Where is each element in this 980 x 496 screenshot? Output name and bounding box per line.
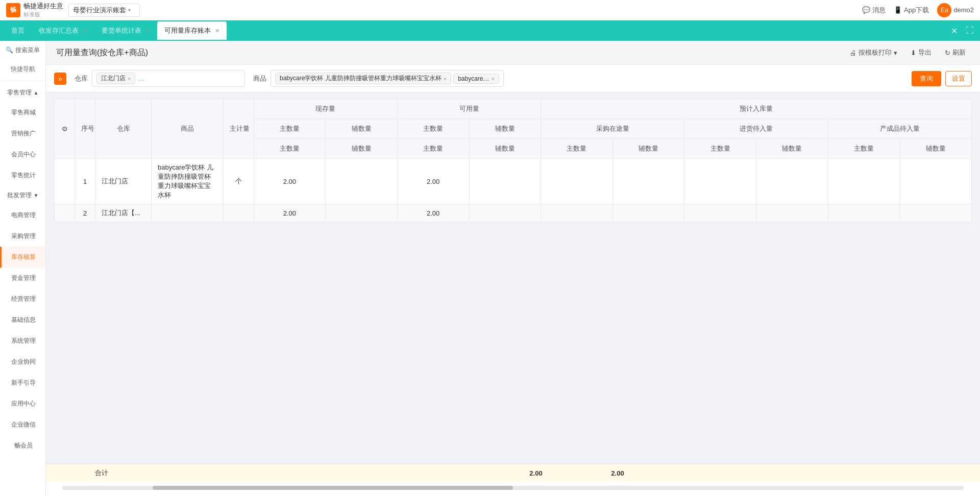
warehouse-label: 仓库 xyxy=(75,74,88,83)
th-incoming-group: 预计入库量 xyxy=(541,99,972,119)
product-tag-2: babycare… × xyxy=(453,74,499,84)
th-purchase-group: 采购在途量 xyxy=(541,119,684,139)
filter-bar: » 仓库 江北门店 × … 商品 babycare学饮杯 儿童防摔防撞吸管杯重力… xyxy=(46,65,980,92)
top-bar-right: 💬 消息 📱 App下载 Ea demo2 xyxy=(862,3,974,17)
sidebar-item-yingxiao[interactable]: 营销推广 xyxy=(0,123,45,144)
product-label: 商品 xyxy=(253,74,266,83)
tab-shoufazheng[interactable]: 收发存汇总表 ✕ xyxy=(32,21,94,40)
sidebar-item-xitong[interactable]: 系统管理 xyxy=(0,330,45,351)
th-avail-aux: 辅数量 xyxy=(469,119,541,139)
message-button[interactable]: 💬 消息 xyxy=(862,6,886,15)
table-row: 2 江北门店【... 2.00 2.00 xyxy=(55,204,972,222)
data-table: ⚙ 序号 仓库 商品 主计量 xyxy=(54,99,972,222)
product-tag-2-close[interactable]: × xyxy=(492,76,495,82)
print-button[interactable]: 🖨 按模板打印 ▾ xyxy=(846,46,901,59)
product-input[interactable]: babycare学饮杯 儿童防摔防撞吸管杯重力球吸嘴杯宝宝水杯 × babyca… xyxy=(271,70,504,87)
search-icon: 🔍 xyxy=(6,46,13,54)
product-tag-1-close[interactable]: × xyxy=(444,76,447,82)
sidebar-item-xinshou[interactable]: 新手引导 xyxy=(0,372,45,393)
sidebar: 🔍 搜索菜单 快捷导航 零售管理 ▲ 零售商城 营销推广 会员中心 零售统计 批… xyxy=(0,41,46,496)
sidebar-item-tongji[interactable]: 零售统计 xyxy=(0,165,45,186)
main-layout: 🔍 搜索菜单 快捷导航 零售管理 ▲ 零售商城 营销推广 会员中心 零售统计 批… xyxy=(0,41,980,496)
sidebar-item-shangcheng[interactable]: 零售商城 xyxy=(0,102,45,123)
product-tag-1: babycare学饮杯 儿童防摔防撞吸管杯重力球吸嘴杯宝宝水杯 × xyxy=(275,73,451,84)
warehouse-input[interactable]: 江北门店 × … xyxy=(92,70,245,87)
refresh-button[interactable]: ↻ 刷新 xyxy=(941,46,970,59)
print-dropdown-icon: ▾ xyxy=(894,49,897,57)
account-dropdown[interactable]: 母婴行业演示账套 ▾ xyxy=(68,4,140,17)
sidebar-item-huiyuan[interactable]: 会员中心 xyxy=(0,144,45,165)
th-warehouse: 仓库 xyxy=(95,99,152,159)
sidebar-item-jichu[interactable]: 基础信息 xyxy=(0,310,45,330)
tab-close-yaohuo[interactable]: ✕ xyxy=(145,28,150,34)
sidebar-item-kucun[interactable]: 库存核算 xyxy=(0,247,45,268)
tab-close-keyongliang[interactable]: ✕ xyxy=(215,28,219,34)
total-row: 合计 2.00 2.00 xyxy=(46,464,980,482)
sidebar-item-qiyeweixin[interactable]: 企业微信 xyxy=(0,414,45,435)
th-no: 序号 xyxy=(75,99,95,159)
th-production-group: 产成品待入量 xyxy=(828,119,971,139)
th-aa2: 辅数量 xyxy=(469,139,541,159)
tab-expand-button[interactable]: ⛶ xyxy=(964,24,976,37)
filter-actions: 查询 设置 xyxy=(912,71,972,86)
avatar: Ea xyxy=(937,3,951,17)
warehouse-filter: 仓库 江北门店 × … xyxy=(75,70,245,87)
top-bar-left: 畅 畅捷通好生意 标准版 母婴行业演示账套 ▾ xyxy=(6,2,140,18)
sidebar-item-jingying[interactable]: 经营管理 xyxy=(0,289,45,310)
sidebar-quick-nav[interactable]: 快捷导航 xyxy=(0,60,45,79)
sidebar-item-zijin[interactable]: 资金管理 xyxy=(0,268,45,289)
th-unit: 主计量 xyxy=(223,99,254,159)
query-button[interactable]: 查询 xyxy=(912,71,941,86)
sidebar-item-pifa[interactable]: 批发管理 ▼ xyxy=(0,186,45,205)
horizontal-scrollbar[interactable] xyxy=(62,486,964,490)
settings-button[interactable]: 设置 xyxy=(945,71,972,86)
th-stock-group: 现存量 xyxy=(254,99,397,119)
warehouse-tag-close[interactable]: × xyxy=(128,76,131,82)
sidebar-search[interactable]: 🔍 搜索菜单 xyxy=(0,41,45,60)
tab-yaohuo[interactable]: 要货单统计表 ✕ xyxy=(94,21,157,40)
total-label: 合计 xyxy=(95,468,151,478)
brand-name: 畅捷通好生意 xyxy=(23,2,63,11)
user-menu[interactable]: Ea demo2 xyxy=(937,3,974,17)
brand-icon: 畅 xyxy=(6,3,20,17)
dropdown-arrow-icon: ▾ xyxy=(128,7,131,13)
warehouse-tag: 江北门店 × xyxy=(96,73,135,84)
sidebar-item-dianshang[interactable]: 电商管理 xyxy=(0,205,45,226)
warehouse-more[interactable]: … xyxy=(137,75,144,82)
app-download-button[interactable]: 📱 App下载 xyxy=(894,6,929,15)
page-header: 可用量查询(按仓库+商品) 🖨 按模板打印 ▾ ⬇ 导出 ↻ 刷新 xyxy=(46,41,980,65)
sidebar-item-changhyuan[interactable]: 畅会员 xyxy=(0,435,45,456)
th-ta: 辅数量 xyxy=(756,139,828,159)
sidebar-item-qiye[interactable]: 企业协同 xyxy=(0,351,45,372)
refresh-icon: ↻ xyxy=(945,49,950,57)
page-title: 可用量查询(按仓库+商品) xyxy=(56,48,148,58)
brand-logo: 畅 畅捷通好生意 标准版 xyxy=(6,2,63,18)
tab-close-shoufazheng[interactable]: ✕ xyxy=(83,28,87,34)
th-am2: 主数量 xyxy=(397,139,469,159)
th-transit-group: 进货待入量 xyxy=(684,119,828,139)
th-settings[interactable]: ⚙ xyxy=(55,99,75,159)
scrollbar-thumb[interactable] xyxy=(153,486,513,490)
total-stock-main: 2.00 xyxy=(516,469,556,477)
sidebar-item-lingchou[interactable]: 零售管理 ▲ xyxy=(0,83,45,102)
th-pa: 辅数量 xyxy=(612,139,684,159)
th-stock-main: 主数量 xyxy=(254,119,326,139)
th-pm: 主数量 xyxy=(541,139,613,159)
filter-expand-button[interactable]: » xyxy=(54,73,66,85)
print-icon: 🖨 xyxy=(850,49,856,57)
tab-close-all-button[interactable]: ✕ xyxy=(949,24,960,38)
tab-home[interactable]: 首页 xyxy=(4,21,32,40)
content-area: 可用量查询(按仓库+商品) 🖨 按模板打印 ▾ ⬇ 导出 ↻ 刷新 xyxy=(46,41,980,496)
export-icon: ⬇ xyxy=(911,49,916,57)
th-avail-group: 可用量 xyxy=(397,99,541,119)
th-prm: 主数量 xyxy=(828,139,900,159)
table-area: ⚙ 序号 仓库 商品 主计量 xyxy=(46,92,980,463)
th-sm2: 主数量 xyxy=(254,139,326,159)
th-stock-aux: 辅数量 xyxy=(326,119,398,139)
sidebar-item-yingyong[interactable]: 应用中心 xyxy=(0,393,45,414)
tab-keyongliang[interactable]: 可用量库存账本 ✕ xyxy=(157,21,227,40)
sidebar-item-caigou[interactable]: 采购管理 xyxy=(0,226,45,247)
th-sa2: 辅数量 xyxy=(326,139,398,159)
export-button[interactable]: ⬇ 导出 xyxy=(906,46,936,59)
tab-bar: 首页 收发存汇总表 ✕ 要货单统计表 ✕ 可用量库存账本 ✕ ✕ ⛶ xyxy=(0,20,980,41)
